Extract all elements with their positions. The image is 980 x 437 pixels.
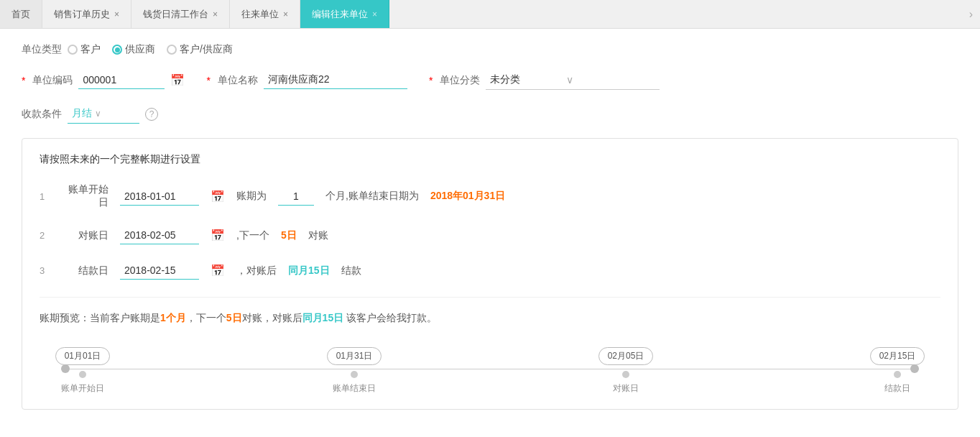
row-num-1: 1 — [40, 191, 54, 202]
code-calendar-icon[interactable]: 📅 — [170, 73, 185, 87]
row-num-2: 2 — [40, 230, 54, 241]
row-num-3: 3 — [40, 265, 54, 276]
timeline-points: 01月01日 账单开始日 01月31日 账单结束日 02月05日 — [54, 347, 926, 395]
close-cash-work-icon[interactable]: × — [213, 9, 218, 19]
preview-teal: 同月15日 — [302, 312, 344, 323]
tab-home[interactable]: 首页 — [0, 0, 42, 28]
payment-chevron-icon: ∨ — [95, 109, 101, 119]
tab-cash-work-label: 钱货日清工作台 — [143, 8, 208, 21]
category-label: 单位分类 — [440, 74, 480, 87]
tl-left-end — [61, 364, 70, 373]
tl-point-2: 01月31日 账单结束日 — [325, 347, 383, 395]
close-partner-icon[interactable]: × — [283, 9, 288, 19]
name-label: 单位名称 — [218, 74, 258, 87]
payment-label: 收款条件 — [22, 108, 62, 121]
row-desc-prefix-2: ,下一个 — [236, 229, 269, 242]
preview-text: 账期预览：当前客户账期是1个月，下一个5日对账，对账后同月15日 该客户会给我打… — [40, 309, 940, 327]
code-required-star: * — [22, 75, 25, 86]
date-input-1[interactable] — [120, 188, 199, 206]
panel-title: 请按照未来的一个完整帐期进行设置 — [40, 153, 940, 166]
tab-edit-partner[interactable]: 编辑往来单位 × — [300, 0, 389, 28]
tab-partner-label: 往来单位 — [241, 8, 279, 21]
setting-row-3: 3 结款日 📅 ，对账后同月15日结款 — [40, 262, 940, 280]
category-group: * 单位分类 未分类 ∨ — [429, 70, 660, 90]
payment-select[interactable]: 月结 ∨ — [68, 104, 139, 124]
payment-help-icon[interactable]: ? — [145, 108, 158, 121]
row-label-1: 账单开始日 — [65, 183, 108, 209]
preview-mid: ，下一个 — [186, 312, 226, 323]
timeline: 01月01日 账单开始日 01月31日 账单结束日 02月05日 — [40, 347, 940, 395]
category-chevron-icon: ∨ — [566, 74, 573, 86]
cal-icon-1[interactable]: 📅 — [211, 190, 225, 203]
preview-month: 1个月 — [160, 312, 186, 323]
tl-label-1: 账单开始日 — [61, 382, 104, 395]
code-group: * 单位编码 📅 — [22, 71, 185, 89]
payment-value: 月结 — [72, 107, 92, 120]
tl-dot-2 — [351, 371, 358, 378]
tl-label-3: 对账日 — [613, 382, 639, 395]
row-label-3: 结款日 — [65, 264, 108, 277]
name-required-star: * — [206, 75, 210, 86]
period-input[interactable] — [278, 188, 314, 206]
radio-both-label: 客户/供应商 — [180, 43, 233, 56]
radio-supplier-circle — [112, 45, 122, 55]
tl-badge-2: 01月31日 — [327, 347, 382, 365]
tl-point-3: 02月05日 对账日 — [597, 347, 655, 395]
close-edit-partner-icon[interactable]: × — [372, 9, 377, 19]
tl-left-dot — [61, 364, 70, 373]
setting-row-1: 1 账单开始日 📅 账期为 个月,账单结束日期为 2018年01月31日 — [40, 183, 940, 209]
period-end-date: 2018年01月31日 — [430, 190, 505, 203]
preview-mid2: 对账，对账后 — [242, 312, 302, 323]
code-name-category-row: * 单位编码 📅 * 单位名称 * 单位分类 未分类 ∨ — [22, 70, 958, 90]
tab-sales-history[interactable]: 销售订单历史 × — [42, 0, 131, 28]
tl-badge-4: 02月15日 — [870, 347, 925, 365]
payment-group: 收款条件 月结 ∨ ? — [22, 104, 158, 124]
tl-label-2: 账单结束日 — [333, 382, 376, 395]
period-suffix-1: 个月,账单结束日期为 — [325, 190, 419, 203]
category-value: 未分类 — [490, 73, 520, 86]
radio-customer[interactable]: 客户 — [68, 43, 101, 56]
tab-home-label: 首页 — [11, 8, 30, 21]
radio-customer-circle — [68, 45, 78, 55]
radio-both[interactable]: 客户/供应商 — [167, 43, 233, 56]
settings-panel: 请按照未来的一个完整帐期进行设置 1 账单开始日 📅 账期为 个月,账单结束日期… — [22, 138, 958, 410]
tl-dot-3 — [622, 371, 629, 378]
unit-type-label: 单位类型 — [22, 43, 62, 56]
tabs-bar: 首页 销售订单历史 × 钱货日清工作台 × 往来单位 × 编辑往来单位 × › — [0, 0, 980, 29]
tab-cash-work[interactable]: 钱货日清工作台 × — [131, 0, 230, 28]
radio-supplier-label: 供应商 — [125, 43, 155, 56]
tab-edit-partner-label: 编辑往来单位 — [312, 8, 368, 21]
page-content: 单位类型 客户 供应商 客户/供应商 * 单位编码 — [0, 29, 980, 437]
preview-suffix: 该客户会给我打款。 — [346, 312, 437, 323]
name-group: * 单位名称 — [206, 71, 407, 89]
tl-label-4: 结款日 — [884, 382, 910, 395]
payment-row: 收款条件 月结 ∨ ? — [22, 104, 958, 124]
tl-badge-1: 01月01日 — [55, 347, 111, 365]
cal-icon-3[interactable]: 📅 — [211, 264, 225, 277]
preview-section: 账期预览：当前客户账期是1个月，下一个5日对账，对账后同月15日 该客户会给我打… — [40, 297, 940, 395]
tab-arrow-right[interactable]: › — [962, 0, 980, 28]
tab-partner[interactable]: 往来单位 × — [230, 0, 300, 28]
date-input-2[interactable] — [120, 226, 199, 244]
type-radio-group: 客户 供应商 客户/供应商 — [68, 43, 233, 56]
name-input[interactable] — [264, 71, 407, 89]
category-dropdown[interactable]: 未分类 ∨ — [486, 70, 660, 90]
radio-both-circle — [167, 45, 177, 55]
code-input[interactable] — [78, 71, 165, 89]
period-prefix-1: 账期为 — [236, 190, 267, 203]
row-desc-prefix-3: ，对账后 — [236, 264, 277, 277]
preview-prefix: 账期预览：当前客户账期是 — [40, 312, 160, 323]
row-desc-suffix-2: 对账 — [308, 229, 328, 242]
radio-supplier[interactable]: 供应商 — [112, 43, 155, 56]
tl-dot-4 — [894, 371, 901, 378]
tl-right-end — [910, 364, 919, 373]
close-sales-history-icon[interactable]: × — [114, 9, 119, 19]
row-desc-suffix-3: 结款 — [341, 264, 361, 277]
row-label-2: 对账日 — [65, 229, 108, 242]
row-desc-hl-3: 同月15日 — [288, 264, 330, 277]
cal-icon-2[interactable]: 📅 — [211, 229, 225, 242]
preview-day: 5日 — [226, 312, 242, 323]
setting-row-2: 2 对账日 📅 ,下一个5日对账 — [40, 226, 940, 244]
date-input-3[interactable] — [120, 262, 199, 280]
tl-badge-3: 02月05日 — [598, 347, 654, 365]
